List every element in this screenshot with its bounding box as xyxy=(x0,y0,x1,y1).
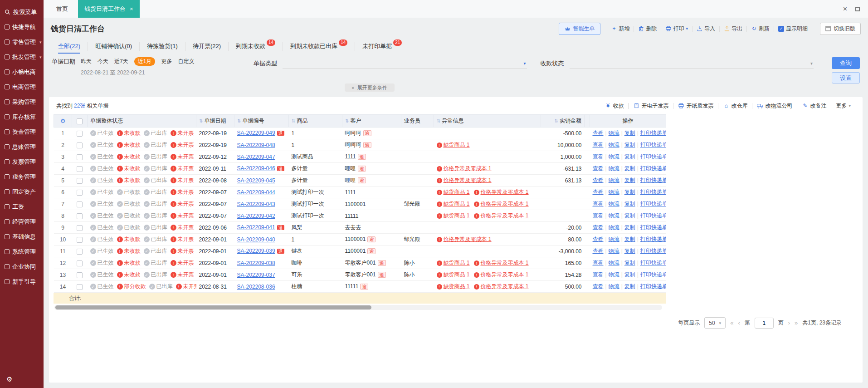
last-page-button[interactable]: » xyxy=(795,319,798,326)
date-option-5[interactable]: 自定义 xyxy=(178,58,194,65)
date-option-1[interactable]: 今天 xyxy=(98,58,108,65)
row-checkbox[interactable] xyxy=(77,213,83,219)
row-action-view[interactable]: 查看 xyxy=(593,283,604,290)
row-action-view[interactable]: 查看 xyxy=(593,130,604,136)
sidebar-item-10[interactable]: 发票管理 xyxy=(0,154,44,169)
row-action-copy[interactable]: 复制 xyxy=(624,283,635,290)
sidebar-item-17[interactable]: 企业协同 xyxy=(0,259,44,274)
row-action-print-express[interactable]: 打印快递单 xyxy=(640,177,666,183)
row-action-copy[interactable]: 复制 xyxy=(624,212,635,219)
table-row[interactable]: 2✓已生效!未收款✓已出库!未开票2022-09-19SA-202209-048… xyxy=(54,139,666,151)
sort-icon[interactable]: ⇅ xyxy=(555,118,558,123)
horizontal-scrollbar[interactable] xyxy=(54,305,662,310)
exception-link[interactable]: !价格异常及零成本 1 xyxy=(474,271,529,278)
select-all-checkbox[interactable] xyxy=(77,118,83,124)
next-page-button[interactable]: › xyxy=(788,319,790,326)
prev-page-button[interactable]: ‹ xyxy=(738,319,740,326)
batch-receive-payment-button[interactable]: ¥收款 xyxy=(600,102,628,110)
doc-number-link[interactable]: SA-202209-038 xyxy=(237,260,275,266)
doc-number-link[interactable]: SA-202209-039 xyxy=(237,248,275,254)
row-checkbox[interactable] xyxy=(77,284,83,290)
row-action-view[interactable]: 查看 xyxy=(593,201,604,207)
table-row[interactable]: 14✓已生效!部分收款✓已出库!未开票2022-08-31SA-202208-0… xyxy=(54,281,666,293)
row-action-logistics[interactable]: 物流 xyxy=(609,201,619,207)
row-action-logistics[interactable]: 物流 xyxy=(609,165,619,172)
row-action-print-express[interactable]: 打印快递单 xyxy=(640,224,666,231)
row-checkbox[interactable] xyxy=(77,260,83,266)
sort-icon[interactable]: ⇅ xyxy=(237,118,241,123)
doc-number-link[interactable]: SA-202208-036 xyxy=(237,284,275,290)
row-action-view[interactable]: 查看 xyxy=(593,260,604,266)
exception-link[interactable]: !价格异常及零成本 1 xyxy=(474,189,529,195)
row-checkbox[interactable] xyxy=(77,166,83,172)
row-action-copy[interactable]: 复制 xyxy=(624,260,635,266)
exception-link[interactable]: !价格异常及零成本 1 xyxy=(474,212,529,219)
sidebar-item-15[interactable]: 基础信息 xyxy=(0,229,44,244)
sidebar-item-7[interactable]: 库存核算 xyxy=(0,109,44,124)
exception-link[interactable]: !缺货商品 1 xyxy=(437,260,470,266)
exception-link[interactable]: !缺货商品 1 xyxy=(437,271,470,278)
row-action-copy[interactable]: 复制 xyxy=(624,224,635,231)
exception-link[interactable]: !价格异常及零成本 1 xyxy=(474,260,529,266)
batch-more-button[interactable]: 更多▾ xyxy=(831,102,855,110)
sidebar-item-6[interactable]: 采购管理 xyxy=(0,94,44,109)
sort-icon[interactable]: ⇅ xyxy=(437,118,440,123)
sidebar-item-0[interactable]: 搜索菜单 xyxy=(0,5,44,20)
row-action-view[interactable]: 查看 xyxy=(593,165,604,172)
exception-link[interactable]: !缺货商品 1 xyxy=(437,189,470,195)
row-action-print-express[interactable]: 打印快递单 xyxy=(640,248,666,254)
filter-tab-4[interactable]: 到期未收款14 xyxy=(229,42,283,51)
doc-number-link[interactable]: SA-202209-042 xyxy=(237,213,275,219)
doc-number-link[interactable]: SA-202209-045 xyxy=(237,177,275,184)
row-checkbox[interactable] xyxy=(77,154,83,160)
row-action-logistics[interactable]: 物流 xyxy=(609,224,619,231)
row-action-logistics[interactable]: 物流 xyxy=(609,212,619,219)
row-action-print-express[interactable]: 打印快递单 xyxy=(640,153,666,160)
row-action-print-express[interactable]: 打印快递单 xyxy=(640,271,666,278)
batch-change-logistics-button[interactable]: 改物流公司 xyxy=(752,102,797,110)
filter-tab-6[interactable]: 未打印单据21 xyxy=(355,42,409,51)
row-action-logistics[interactable]: 物流 xyxy=(609,248,619,254)
row-action-print-express[interactable]: 打印快递单 xyxy=(640,260,666,266)
sidebar-item-11[interactable]: 税务管理 xyxy=(0,169,44,184)
doc-number-link[interactable]: SA-202209-046 xyxy=(237,165,275,172)
exception-link[interactable]: !缺货商品 1 xyxy=(437,283,470,290)
row-action-copy[interactable]: 复制 xyxy=(624,236,635,242)
sort-icon[interactable]: ⇅ xyxy=(345,118,349,123)
row-action-view[interactable]: 查看 xyxy=(593,153,604,160)
filter-tab-2[interactable]: 待拣验货(1) xyxy=(140,42,185,51)
row-action-view[interactable]: 查看 xyxy=(593,189,604,195)
row-action-view[interactable]: 查看 xyxy=(593,142,604,148)
row-action-logistics[interactable]: 物流 xyxy=(609,283,619,290)
row-checkbox[interactable] xyxy=(77,201,83,207)
row-action-copy[interactable]: 复制 xyxy=(624,165,635,172)
row-action-view[interactable]: 查看 xyxy=(593,248,604,254)
tab-active[interactable]: 钱货日清工作台× xyxy=(78,0,140,18)
exception-link[interactable]: !缺货商品 1 xyxy=(437,201,470,207)
doc-number-link[interactable]: SA-202209-048 xyxy=(237,142,275,148)
settings-button[interactable]: 设置 xyxy=(832,72,860,83)
row-action-copy[interactable]: 复制 xyxy=(624,153,635,160)
row-checkbox[interactable] xyxy=(77,190,83,196)
date-option-3[interactable]: 近1月 xyxy=(134,57,156,66)
sidebar-item-1[interactable]: 快捷导航 xyxy=(0,20,44,34)
row-action-copy[interactable]: 复制 xyxy=(624,248,635,254)
row-action-logistics[interactable]: 物流 xyxy=(609,142,619,148)
batch-change-remark-button[interactable]: ✎改备注 xyxy=(797,102,831,110)
query-button[interactable]: 查询 xyxy=(832,57,860,69)
date-option-0[interactable]: 昨天 xyxy=(81,58,92,65)
row-action-logistics[interactable]: 物流 xyxy=(609,177,619,183)
sidebar-item-9[interactable]: 总账管理 xyxy=(0,139,44,154)
close-icon[interactable]: × xyxy=(843,5,847,13)
row-action-copy[interactable]: 复制 xyxy=(624,201,635,207)
row-action-print-express[interactable]: 打印快递单 xyxy=(640,212,666,219)
table-row[interactable]: 7✓已生效✓已收款✓已出库!未开票2022-09-07SA-202209-043… xyxy=(54,198,666,210)
tab-0[interactable]: 首页 xyxy=(46,0,78,18)
table-row[interactable]: 12✓已生效!未收款✓已出库!未开票2022-09-01SA-202209-03… xyxy=(54,257,666,269)
table-row[interactable]: 8✓已生效✓已收款✓已出库!未开票2022-09-07SA-202209-042… xyxy=(54,210,666,222)
table-row[interactable]: 4✓已生效!未收款✓已出库!未开票2022-09-11SA-202209-046… xyxy=(54,163,666,175)
batch-paper-invoice-button[interactable]: 开纸质发票 xyxy=(673,102,718,110)
print-button[interactable]: 打印▾ xyxy=(661,25,692,33)
doc-number-link[interactable]: SA-202209-040 xyxy=(237,236,275,243)
gear-icon[interactable]: ⚙ xyxy=(6,375,12,383)
